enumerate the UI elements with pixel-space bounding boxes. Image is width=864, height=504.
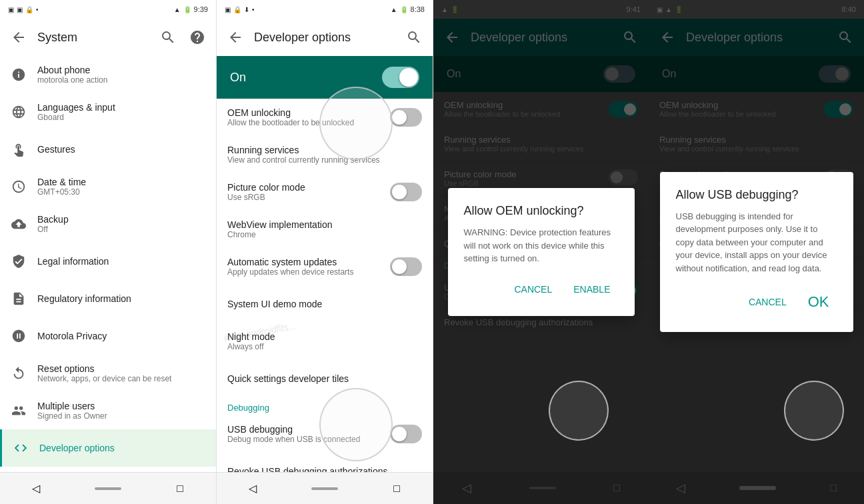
dev-item-uidemo[interactable]: System UI demo mode xyxy=(217,285,433,323)
colormode-toggle[interactable] xyxy=(390,183,422,201)
quicktiles-label: Quick settings developer tiles xyxy=(227,373,422,384)
lock-icon: 🔒 xyxy=(25,6,33,13)
back-button[interactable] xyxy=(5,24,32,51)
gestures-text: Gestures xyxy=(37,144,75,155)
usb-dialog-title: Allow USB debugging? xyxy=(676,188,837,202)
nav-recent-2[interactable]: □ xyxy=(383,475,410,502)
colormode-sub: Use sRGB xyxy=(227,193,390,202)
usb-dialog-overlay: Allow USB debugging? USB debugging is in… xyxy=(649,0,864,504)
dev-search-button[interactable] xyxy=(401,24,427,51)
legal-icon xyxy=(11,253,27,269)
usb-ok-button[interactable]: OK xyxy=(800,288,837,316)
sidebar-list: About phone motorola one action Language… xyxy=(0,56,216,472)
users-label: Multiple users xyxy=(37,401,107,411)
wifi-icon: ▲ xyxy=(174,6,181,13)
dot-icon-2: • xyxy=(252,6,255,13)
developer-text: Developer options xyxy=(39,443,115,453)
usb-cancel-button[interactable]: Cancel xyxy=(741,288,795,316)
privacy-text: Motorola Privacy xyxy=(37,331,107,341)
dev-item-colormode[interactable]: Picture color mode Use sRGB xyxy=(217,173,433,211)
usb-dialog-body: USB debugging is intended for developmen… xyxy=(676,210,837,275)
status-left-2: ▣ 🔒 ⬇ • xyxy=(225,6,255,13)
uidemo-text: System UI demo mode xyxy=(227,299,422,309)
sidebar-item-languages[interactable]: Languages & input Gboard xyxy=(0,93,216,131)
dev-back-button[interactable] xyxy=(222,24,249,51)
globe-icon xyxy=(11,104,27,120)
sidebar-item-datetime[interactable]: Date & time GMT+05:30 xyxy=(0,168,216,205)
sidebar-item-developer[interactable]: Developer options xyxy=(0,429,216,467)
sidebar-item-legal[interactable]: Legal information xyxy=(0,243,216,280)
backup-text: Backup Off xyxy=(37,214,69,234)
status-icons-left: ▣ ▣ 🔒 • xyxy=(8,6,39,13)
time-2: 8:38 xyxy=(411,5,425,13)
oem-cancel-button[interactable]: Cancel xyxy=(506,279,560,300)
help-button[interactable] xyxy=(184,24,211,51)
gesture-icon xyxy=(11,141,27,157)
dot-icon: • xyxy=(36,6,39,13)
colormode-text: Picture color mode Use sRGB xyxy=(227,182,390,202)
dl-icon-2: ⬇ xyxy=(244,6,249,13)
users-text: Multiple users Signed in as Owner xyxy=(37,401,107,421)
sidebar-item-backup[interactable]: Backup Off xyxy=(0,205,216,243)
header-actions xyxy=(155,24,211,51)
legal-label: Legal information xyxy=(37,256,109,267)
dev-item-autoupdate[interactable]: Automatic system updates Apply updates w… xyxy=(217,248,433,285)
time-display: 9:39 xyxy=(194,5,208,13)
usb-toggle[interactable] xyxy=(390,425,422,443)
clock-icon xyxy=(11,179,27,195)
dev-item-nightmode[interactable]: Night mode Always off xyxy=(217,323,433,360)
dev-item-webview[interactable]: WebView implementation Chrome xyxy=(217,211,433,248)
datetime-sub: GMT+05:30 xyxy=(37,187,86,197)
about-text: About phone motorola one action xyxy=(37,65,107,85)
sidebar-item-gestures[interactable]: Gestures xyxy=(0,131,216,168)
about-sub: motorola one action xyxy=(37,75,107,85)
toggle-circle-highlight xyxy=(319,87,393,160)
backup-label: Backup xyxy=(37,214,69,225)
regulatory-label: Regulatory information xyxy=(37,293,131,304)
nav-indicator-2 xyxy=(311,487,338,490)
battery-icon-2: 🔋 xyxy=(400,6,408,13)
colormode-label: Picture color mode xyxy=(227,182,390,193)
uidemo-label: System UI demo mode xyxy=(227,299,422,309)
sidebar-item-sysupdate[interactable]: System updates Updated to Android 9 xyxy=(0,467,216,472)
nightmode-sub: Always off xyxy=(227,342,422,351)
panel-oem-dialog: ▲ 🔋 9:41 Developer options On xyxy=(433,0,649,504)
reset-icon xyxy=(11,365,27,381)
revoke-label: Revoke USB debugging authorizations xyxy=(227,466,422,473)
on-label: On xyxy=(230,71,246,85)
nav-recent-1[interactable]: □ xyxy=(167,475,193,502)
developer-label: Developer options xyxy=(39,443,115,453)
main-toggle[interactable] xyxy=(382,67,419,88)
search-button[interactable] xyxy=(155,24,181,51)
sidebar-item-reset[interactable]: Reset options Network, apps, or device c… xyxy=(0,355,216,392)
usb-dialog: Allow USB debugging? USB debugging is in… xyxy=(660,172,853,333)
sidebar-item-regulatory[interactable]: Regulatory information xyxy=(0,280,216,317)
backup-sub: Off xyxy=(37,225,69,234)
webview-sub: Chrome xyxy=(227,230,422,239)
info-icon xyxy=(11,67,27,83)
gestures-label: Gestures xyxy=(37,144,75,155)
autoupdate-thumb xyxy=(392,259,407,274)
autoupdate-toggle[interactable] xyxy=(390,257,422,276)
bottom-nav-2: ◁ □ xyxy=(217,472,433,504)
oem-toggle[interactable] xyxy=(390,108,422,127)
sim-icon: ▣ xyxy=(8,6,14,13)
bottom-nav-1: ◁ □ xyxy=(0,472,216,504)
oem-enable-button[interactable]: Enable xyxy=(565,279,618,300)
sidebar-item-users[interactable]: Multiple users Signed in as Owner xyxy=(0,392,216,429)
languages-text: Languages & input Gboard xyxy=(37,102,115,122)
status-bar-1: ▣ ▣ 🔒 • ▲ 🔋 9:39 xyxy=(0,0,216,19)
toggle-thumb xyxy=(399,68,418,87)
datetime-text: Date & time GMT+05:30 xyxy=(37,177,86,197)
oem-dialog-overlay: Allow OEM unlocking? WARNING: Device pro… xyxy=(433,0,649,504)
nav-back-1[interactable]: ◁ xyxy=(23,475,49,502)
status-bar-2: ▣ 🔒 ⬇ • ▲ 🔋 8:38 xyxy=(217,0,433,19)
battery-icon: 🔋 xyxy=(183,6,191,13)
sidebar-item-privacy[interactable]: Motorola Privacy xyxy=(0,317,216,355)
oem-dialog-body: WARNING: Device protection features will… xyxy=(464,226,619,265)
sidebar-item-about[interactable]: About phone motorola one action xyxy=(0,56,216,93)
users-sub: Signed in as Owner xyxy=(37,411,107,421)
oem-dialog: Allow OEM unlocking? WARNING: Device pro… xyxy=(448,188,635,316)
nav-back-2[interactable]: ◁ xyxy=(239,475,266,502)
nightmode-label: Night mode xyxy=(227,331,422,342)
